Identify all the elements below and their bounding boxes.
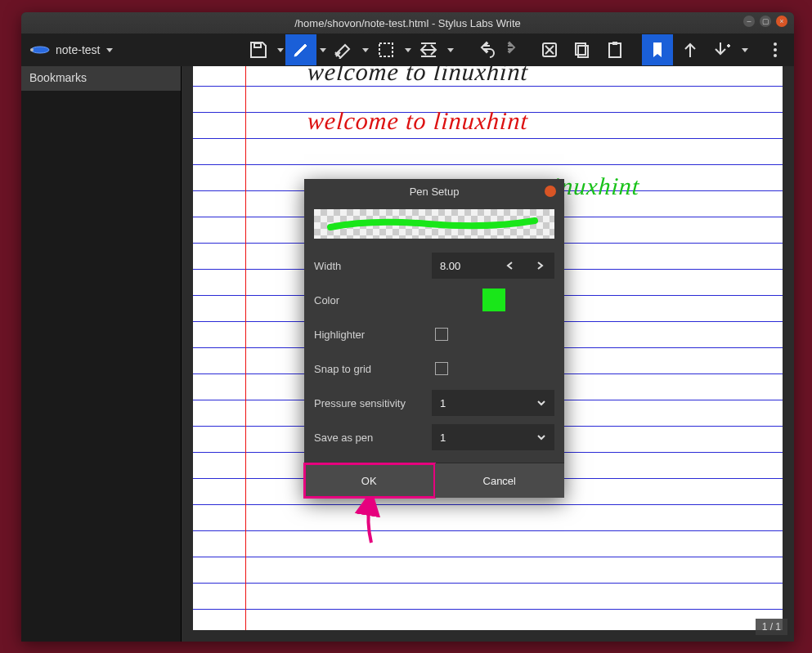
toolbar: note-test bbox=[21, 34, 794, 66]
document-name[interactable]: note-test bbox=[52, 43, 103, 56]
highlighter-label: Highlighter bbox=[314, 329, 435, 341]
svg-rect-2 bbox=[254, 43, 261, 47]
minimize-button[interactable]: – bbox=[743, 16, 755, 27]
close-button[interactable]: × bbox=[776, 16, 787, 27]
svg-point-15 bbox=[774, 42, 777, 46]
handwriting-black: welcome to linuxhint bbox=[307, 66, 529, 86]
chevron-down-icon bbox=[536, 398, 546, 408]
dialog-title-text: Pen Setup bbox=[410, 186, 460, 198]
eraser-button[interactable] bbox=[328, 34, 359, 65]
saveas-label: Save as pen bbox=[314, 432, 432, 444]
page-count: 1 / 1 bbox=[756, 619, 787, 635]
pen-tool-button[interactable] bbox=[285, 34, 316, 65]
maximize-button[interactable]: ▢ bbox=[760, 16, 771, 27]
select-button[interactable] bbox=[370, 34, 402, 65]
titlebar: /home/shovon/note-test.html - Stylus Lab… bbox=[21, 12, 794, 34]
share-up-button[interactable] bbox=[675, 34, 706, 65]
svg-point-1 bbox=[30, 48, 34, 51]
svg-point-0 bbox=[31, 47, 49, 53]
width-row: Width 8.00 bbox=[314, 248, 554, 283]
dialog-title: Pen Setup bbox=[304, 179, 564, 204]
dialog-footer: OK Cancel bbox=[304, 463, 564, 498]
save-dropdown-icon[interactable] bbox=[277, 48, 284, 52]
pen-setup-dialog: Pen Setup Width 8.00 Color bbox=[304, 179, 564, 498]
select-dropdown-icon[interactable] bbox=[405, 48, 411, 52]
pressure-label: Pressure sensitivity bbox=[314, 397, 432, 409]
chevron-down-icon bbox=[536, 432, 546, 442]
receive-down-button[interactable] bbox=[707, 34, 738, 65]
handwriting-red: welcome to linuxhint bbox=[307, 107, 529, 135]
color-swatch[interactable] bbox=[482, 288, 505, 311]
svg-rect-11 bbox=[609, 43, 621, 57]
eraser-dropdown-icon[interactable] bbox=[362, 48, 369, 52]
svg-rect-12 bbox=[612, 42, 617, 45]
snap-checkbox[interactable] bbox=[435, 362, 448, 375]
dialog-close-button[interactable] bbox=[545, 186, 556, 197]
pressure-value: 1 bbox=[440, 397, 446, 409]
cancel-button[interactable]: Cancel bbox=[435, 463, 565, 498]
bookmark-button[interactable] bbox=[642, 34, 673, 65]
pen-preview bbox=[314, 209, 554, 239]
saveas-select[interactable]: 1 bbox=[432, 424, 554, 450]
receive-dropdown-icon[interactable] bbox=[742, 48, 748, 52]
app-window: /home/shovon/note-test.html - Stylus Lab… bbox=[21, 12, 794, 642]
insert-space-button[interactable] bbox=[413, 34, 444, 65]
sidebar-body[interactable] bbox=[21, 91, 181, 642]
document-dropdown-icon[interactable] bbox=[106, 48, 113, 52]
pen-icon bbox=[25, 34, 51, 65]
sidebar: Bookmarks bbox=[21, 66, 182, 642]
ok-button[interactable]: OK bbox=[304, 463, 435, 498]
redo-button[interactable] bbox=[505, 34, 519, 65]
annotation-arrow bbox=[355, 498, 388, 547]
paste-button[interactable] bbox=[599, 34, 630, 65]
saveas-row: Save as pen 1 bbox=[314, 420, 554, 454]
width-decrease-button[interactable] bbox=[496, 253, 525, 279]
svg-point-17 bbox=[774, 54, 777, 57]
width-label: Width bbox=[314, 260, 432, 272]
window-controls: – ▢ × bbox=[743, 16, 787, 27]
copy-button[interactable] bbox=[567, 34, 598, 65]
highlighter-checkbox[interactable] bbox=[435, 328, 448, 341]
clipboard-cut-button[interactable] bbox=[534, 34, 565, 65]
window-title: /home/shovon/note-test.html - Stylus Lab… bbox=[294, 17, 521, 29]
overflow-menu-button[interactable] bbox=[760, 34, 791, 65]
width-increase-button[interactable] bbox=[525, 253, 554, 279]
insert-space-dropdown-icon[interactable] bbox=[447, 48, 454, 52]
color-label: Color bbox=[314, 294, 482, 306]
margin-line bbox=[245, 66, 246, 630]
snap-row: Snap to grid bbox=[314, 351, 554, 386]
snap-label: Snap to grid bbox=[314, 363, 435, 375]
color-row: Color bbox=[314, 283, 554, 317]
svg-rect-3 bbox=[379, 43, 393, 56]
pen-tool-dropdown-icon[interactable] bbox=[320, 48, 326, 52]
pressure-row: Pressure sensitivity 1 bbox=[314, 386, 554, 420]
svg-point-16 bbox=[774, 48, 777, 51]
width-input[interactable]: 8.00 bbox=[432, 253, 554, 279]
sidebar-header: Bookmarks bbox=[21, 66, 181, 91]
save-button[interactable] bbox=[243, 34, 274, 65]
highlighter-row: Highlighter bbox=[314, 317, 554, 351]
handwriting-green: inuxhint bbox=[552, 172, 641, 200]
pressure-select[interactable]: 1 bbox=[432, 390, 554, 416]
undo-button[interactable] bbox=[472, 34, 503, 65]
width-value[interactable]: 8.00 bbox=[432, 260, 496, 272]
saveas-value: 1 bbox=[440, 432, 446, 444]
